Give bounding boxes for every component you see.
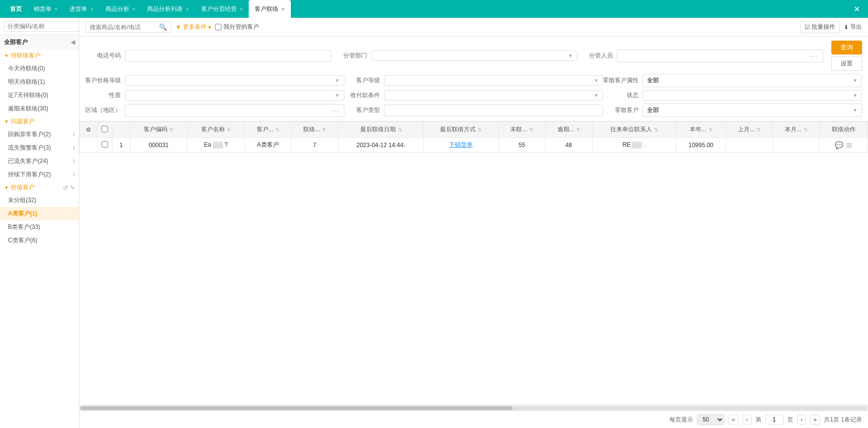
th-gear[interactable]: ⚙	[80, 122, 98, 138]
grid-action-icon[interactable]: ⊞	[846, 141, 852, 149]
region-select[interactable]: ···	[125, 104, 344, 117]
last-page-button[interactable]: »	[810, 415, 820, 425]
unit-color-block	[632, 142, 642, 149]
th-this-month: 本月... ⇅	[772, 122, 819, 138]
sort-overdue-icon[interactable]: ⇅	[576, 127, 580, 132]
my-customers-checkbox[interactable]	[215, 24, 221, 30]
sidebar-all-customers[interactable]: 全部客户 ◀	[0, 35, 79, 50]
prev-page-button[interactable]: ‹	[743, 415, 752, 425]
sidebar-item-today[interactable]: 今天待联络(0)	[0, 62, 79, 75]
status-select[interactable]: ▼	[643, 90, 862, 101]
sort-contact-type-icon[interactable]: ⇅	[478, 127, 482, 132]
retail-attr-select[interactable]: 全部 ▼	[643, 74, 862, 87]
filter-search-input[interactable]	[90, 24, 159, 31]
sort-no-contact-icon[interactable]: ⇅	[529, 127, 533, 132]
sort-contact-icon[interactable]: ⇅	[322, 127, 326, 132]
row-checkbox[interactable]	[102, 141, 108, 148]
sort-this-month-icon[interactable]: ⇅	[804, 127, 808, 132]
sidebar-item-abnormal[interactable]: 回购异常客户(2) ℹ	[0, 128, 79, 141]
cell-last-contact-type[interactable]: 下销货单	[424, 138, 498, 153]
nav-purchase[interactable]: 进货单 ×	[63, 0, 99, 18]
sidebar-item-declining[interactable]: 持续下滑客户(2) ℹ	[0, 168, 79, 181]
nav-sales[interactable]: 销货单 ×	[28, 0, 63, 18]
nature-label: 性质	[85, 91, 125, 100]
filter-search-icon[interactable]: 🔍	[159, 23, 167, 31]
filter-payment: 收付款条件 ▼	[344, 90, 603, 101]
retail-customer-caret-icon: ▼	[853, 107, 858, 113]
more-conditions-button[interactable]: ▼ 更多条件 ▾	[175, 23, 211, 31]
dept-select[interactable]: ▼	[371, 51, 578, 61]
sidebar-item-overdue[interactable]: 逾期未联络(30)	[0, 102, 79, 115]
settings-table-icon[interactable]: ⚙	[86, 126, 91, 133]
filter-retail-customer: 零散客户 全部 ▼	[603, 104, 862, 117]
nav-home[interactable]: 首页	[4, 0, 28, 18]
price-level-label: 客户价格等级	[85, 76, 125, 85]
th-check[interactable]	[98, 122, 112, 138]
query-button[interactable]: 查询	[831, 41, 862, 54]
nav-customer-contact[interactable]: 客户联络 ×	[249, 0, 290, 18]
export-button[interactable]: ⬇ 导出	[844, 23, 862, 31]
sort-code-icon[interactable]: ⇅	[169, 127, 173, 132]
edit-icon[interactable]: ✎	[70, 184, 75, 191]
per-page-select[interactable]: 50 100 200	[697, 414, 724, 425]
settings-button[interactable]: 设置	[831, 56, 862, 71]
sort-type-icon[interactable]: ⇅	[275, 127, 279, 132]
sidebar-item-warning[interactable]: 流失预警客户(3) ℹ	[0, 141, 79, 155]
retail-customer-select[interactable]: 全部 ▼	[643, 104, 862, 117]
sidebar-item-7days[interactable]: 近7天待联络(0)	[0, 89, 79, 102]
select-all-checkbox[interactable]	[102, 126, 108, 132]
info-warning-icon: ℹ	[73, 145, 75, 151]
close-customer-tier-icon[interactable]: ×	[240, 6, 243, 12]
close-purchase-icon[interactable]: ×	[90, 6, 93, 12]
close-goods-list-icon[interactable]: ×	[186, 6, 189, 12]
sort-unit-icon[interactable]: ⇅	[654, 127, 658, 132]
sidebar-item-c-class[interactable]: C类客户(6)	[0, 234, 79, 247]
phone-input[interactable]	[125, 50, 331, 62]
nav-goods-analysis[interactable]: 商品分析 ×	[100, 0, 141, 18]
refresh-icon[interactable]: ↺	[63, 184, 68, 191]
close-all-tabs-button[interactable]: ✕	[850, 4, 864, 14]
nav-goods-list[interactable]: 商品分析列表 ×	[141, 0, 195, 18]
first-page-button[interactable]: «	[728, 415, 739, 425]
content-area: 🔍 ▼ 更多条件 ▾ 我分管的客户 ☑ 批量操作 ⬇ 导出	[79, 18, 868, 428]
next-page-button[interactable]: ›	[797, 415, 806, 425]
cell-check[interactable]	[98, 138, 112, 153]
customer-type-input[interactable]	[384, 105, 603, 116]
th-code: 客户编码 ⇅	[130, 122, 187, 138]
sidebar-item-b-class[interactable]: B类客户(33)	[0, 220, 79, 234]
chat-action-icon[interactable]: 💬	[835, 141, 843, 149]
nature-select[interactable]: ▼	[125, 90, 344, 101]
sidebar-search-input[interactable]	[4, 21, 79, 32]
manager-select[interactable]: ···	[617, 50, 823, 62]
retail-attr-caret-icon: ▼	[853, 78, 858, 83]
close-sales-icon[interactable]: ×	[54, 6, 57, 12]
customer-level-select[interactable]: ▼	[384, 75, 603, 86]
close-customer-contact-icon[interactable]: ×	[281, 6, 284, 12]
cell-last-contact-date: 2023-04-12 14:44:	[338, 138, 424, 153]
sidebar-item-ungroup[interactable]: 未分组(32)	[0, 194, 79, 207]
close-goods-analysis-icon[interactable]: ×	[132, 6, 135, 12]
group-value-customers[interactable]: ▼ 价值客户 ↺ ✎	[0, 181, 79, 194]
cell-customer-type: A类客户	[244, 138, 291, 153]
sidebar-item-a-class[interactable]: A类客户(1)	[0, 207, 79, 220]
filter-row-2: 客户价格等级 ▼ 客户等级 ▼ 零散客户属性 全部	[85, 74, 862, 87]
horizontal-scrollbar[interactable]	[79, 405, 868, 411]
sort-date-icon[interactable]: ⇅	[398, 127, 402, 132]
group-pending-contact[interactable]: ▼ 待联络客户	[0, 50, 79, 62]
sidebar-item-tomorrow[interactable]: 明天待联络(1)	[0, 75, 79, 89]
page-number-input[interactable]	[765, 415, 783, 425]
price-level-select[interactable]: ▼	[125, 75, 344, 86]
status-caret-icon: ▼	[853, 93, 858, 98]
group-problem-customers[interactable]: ▼ 问题客户	[0, 115, 79, 128]
sort-year-icon[interactable]: ⇅	[708, 127, 712, 132]
cell-num: 1	[112, 138, 130, 153]
sidebar-item-lost[interactable]: 已流失客户(24) ℹ	[0, 155, 79, 168]
scrollbar-thumb[interactable]	[80, 406, 513, 410]
payment-select[interactable]: ▼	[384, 90, 603, 101]
nav-customer-tier-label: 客户分层经营	[201, 5, 237, 13]
sort-name-icon[interactable]: ⇅	[227, 127, 231, 132]
nav-customer-tier[interactable]: 客户分层经营 ×	[195, 0, 249, 18]
sort-last-month-icon[interactable]: ⇅	[757, 127, 760, 132]
batch-op-button[interactable]: ☑ 批量操作	[800, 21, 840, 33]
scrollbar-track[interactable]	[80, 406, 867, 410]
